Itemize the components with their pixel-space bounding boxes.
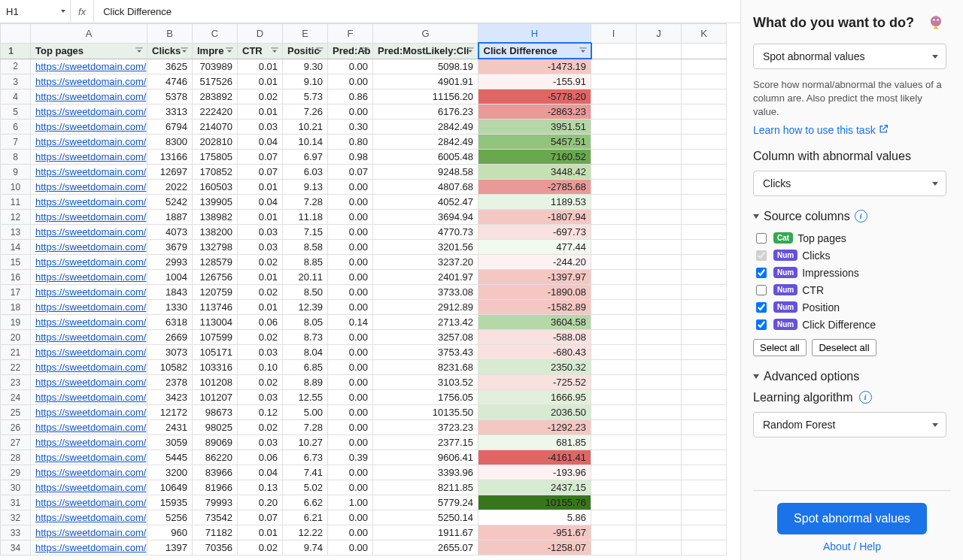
predab-cell[interactable]: 0.00: [328, 405, 373, 420]
diff-cell[interactable]: -1292.23: [478, 420, 591, 435]
diff-cell[interactable]: -697.73: [478, 225, 591, 240]
diff-cell[interactable]: -1258.07: [478, 540, 591, 555]
predab-cell[interactable]: 0.00: [328, 480, 373, 495]
row-header[interactable]: 1: [1, 43, 31, 59]
empty-cell[interactable]: [636, 435, 682, 450]
row-header[interactable]: 4: [1, 89, 31, 104]
ctr-cell[interactable]: 0.06: [238, 315, 283, 330]
empty-cell[interactable]: [636, 225, 682, 240]
diff-cell[interactable]: 2036.50: [478, 405, 591, 420]
empty-cell[interactable]: [591, 135, 636, 150]
page-link-cell[interactable]: https://sweetdomain.com/: [31, 315, 147, 330]
ctr-cell[interactable]: 0.20: [238, 495, 283, 510]
diff-cell[interactable]: 3604.58: [478, 315, 591, 330]
page-link-cell[interactable]: https://sweetdomain.com/: [31, 150, 147, 165]
empty-cell[interactable]: [591, 435, 636, 450]
row-header[interactable]: 29: [1, 465, 31, 480]
impressions-cell[interactable]: 113746: [193, 300, 238, 315]
row-header[interactable]: 26: [1, 420, 31, 435]
page-link-cell[interactable]: https://sweetdomain.com/: [31, 405, 147, 420]
predab-cell[interactable]: 0.00: [328, 104, 373, 120]
position-cell[interactable]: 6.03: [283, 165, 328, 180]
predml-cell[interactable]: 2655.07: [373, 540, 478, 555]
diff-cell[interactable]: -725.52: [478, 375, 591, 390]
empty-cell[interactable]: [636, 270, 682, 285]
empty-cell[interactable]: [591, 495, 636, 510]
empty-cell[interactable]: [636, 375, 682, 390]
diff-cell[interactable]: -244.20: [478, 255, 591, 270]
clicks-cell[interactable]: 3679: [147, 240, 193, 255]
ctr-cell[interactable]: 0.03: [238, 240, 283, 255]
empty-cell[interactable]: [682, 150, 727, 165]
page-link-cell[interactable]: https://sweetdomain.com/: [31, 120, 147, 135]
empty-cell[interactable]: [591, 390, 636, 405]
predml-cell[interactable]: 5779.24: [373, 495, 478, 510]
page-link-cell[interactable]: https://sweetdomain.com/: [31, 240, 147, 255]
empty-cell[interactable]: [682, 525, 727, 540]
diff-cell[interactable]: -588.08: [478, 330, 591, 345]
empty-cell[interactable]: [682, 240, 727, 255]
page-link-cell[interactable]: https://sweetdomain.com/: [31, 390, 147, 405]
row-header[interactable]: 7: [1, 135, 31, 150]
empty-cell[interactable]: [591, 74, 636, 89]
select-all-button[interactable]: Select all: [753, 339, 807, 356]
predab-cell[interactable]: 0.00: [328, 540, 373, 555]
predml-cell[interactable]: 9248.58: [373, 165, 478, 180]
empty-cell[interactable]: [636, 43, 682, 59]
impressions-cell[interactable]: 98025: [193, 420, 238, 435]
filter-icon[interactable]: [360, 46, 370, 56]
predab-cell[interactable]: 0.00: [328, 59, 373, 74]
ctr-cell[interactable]: 0.03: [238, 390, 283, 405]
page-link-cell[interactable]: https://sweetdomain.com/: [31, 270, 147, 285]
predab-cell[interactable]: 0.80: [328, 135, 373, 150]
diff-cell[interactable]: -155.91: [478, 74, 591, 89]
empty-cell[interactable]: [682, 330, 727, 345]
impressions-cell[interactable]: 175805: [193, 150, 238, 165]
diff-cell[interactable]: 5457.51: [478, 135, 591, 150]
ctr-cell[interactable]: 0.04: [238, 135, 283, 150]
position-cell[interactable]: 8.85: [283, 255, 328, 270]
impressions-cell[interactable]: 160503: [193, 180, 238, 195]
page-link-cell[interactable]: https://sweetdomain.com/: [31, 285, 147, 300]
row-header[interactable]: 13: [1, 225, 31, 240]
predab-cell[interactable]: 0.00: [328, 375, 373, 390]
position-cell[interactable]: 6.73: [283, 450, 328, 465]
predab-cell[interactable]: 0.00: [328, 210, 373, 225]
predml-cell[interactable]: 2401.97: [373, 270, 478, 285]
algo-select[interactable]: Random Forest: [753, 412, 946, 437]
source-col-checkbox[interactable]: [756, 233, 767, 244]
predml-cell[interactable]: 3753.43: [373, 345, 478, 360]
empty-cell[interactable]: [636, 450, 682, 465]
predml-cell[interactable]: 8231.68: [373, 360, 478, 375]
diff-cell[interactable]: -1397.97: [478, 270, 591, 285]
empty-cell[interactable]: [591, 195, 636, 210]
ctr-cell[interactable]: 0.07: [238, 165, 283, 180]
name-box[interactable]: H1: [0, 0, 71, 23]
empty-cell[interactable]: [636, 285, 682, 300]
clicks-cell[interactable]: 5445: [147, 450, 193, 465]
predml-cell[interactable]: 2713.42: [373, 315, 478, 330]
ctr-cell[interactable]: 0.01: [238, 180, 283, 195]
empty-cell[interactable]: [636, 315, 682, 330]
predml-cell[interactable]: 4052.47: [373, 195, 478, 210]
empty-cell[interactable]: [682, 345, 727, 360]
clicks-cell[interactable]: 13166: [147, 150, 193, 165]
empty-cell[interactable]: [591, 59, 636, 74]
filter-icon[interactable]: [179, 46, 190, 56]
ctr-cell[interactable]: 0.06: [238, 450, 283, 465]
position-cell[interactable]: 7.28: [283, 420, 328, 435]
empty-cell[interactable]: [636, 135, 682, 150]
impressions-cell[interactable]: 517526: [193, 74, 238, 89]
impressions-cell[interactable]: 98673: [193, 405, 238, 420]
row-header[interactable]: 21: [1, 345, 31, 360]
predml-cell[interactable]: 5098.19: [373, 59, 478, 74]
position-cell[interactable]: 5.73: [283, 89, 328, 104]
clicks-cell[interactable]: 1887: [147, 210, 193, 225]
predab-cell[interactable]: 0.00: [328, 300, 373, 315]
predab-cell[interactable]: 0.00: [328, 285, 373, 300]
empty-cell[interactable]: [591, 345, 636, 360]
col-header-C[interactable]: C: [193, 24, 238, 44]
ctr-cell[interactable]: 0.01: [238, 210, 283, 225]
source-col-checkbox[interactable]: [756, 285, 767, 295]
target-col-select[interactable]: Clicks: [753, 171, 946, 196]
